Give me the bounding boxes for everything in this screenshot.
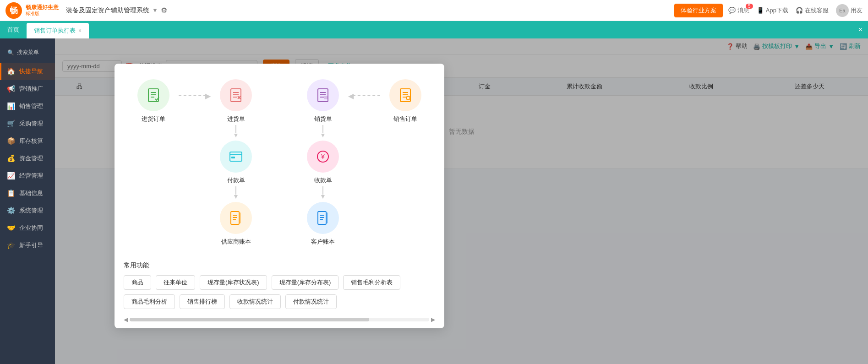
inventory-icon: 📦: [7, 137, 16, 145]
function-button-1[interactable]: 往来单位: [156, 275, 195, 290]
logo-text: 畅康通好生意 标准版: [26, 4, 59, 16]
tab-active-label: 销售订单执行表: [34, 27, 76, 35]
sidebar-item-beginner[interactable]: 🎓 新手引导: [0, 237, 55, 254]
function-button-4[interactable]: 销售毛利分析表: [343, 275, 400, 290]
sidebar-item-finance[interactable]: 💰 资金管理: [0, 150, 55, 167]
tab-home-label: 首页: [7, 26, 19, 34]
window-close-button[interactable]: ×: [858, 26, 863, 34]
basic-info-icon: 📋: [7, 189, 16, 197]
functions-title: 常用功能: [124, 261, 435, 270]
flow-node-sales-order[interactable]: 销售订单: [389, 79, 421, 123]
supplier-ledger-icon: [220, 202, 252, 234]
sidebar-item-quick-nav[interactable]: 🏠 快捷导航: [0, 63, 55, 80]
trial-button[interactable]: 体验行业方案: [674, 4, 723, 17]
logo-icon: 畅: [5, 2, 22, 19]
scroll-left-button[interactable]: ◀: [124, 316, 128, 323]
sidebar-item-corp-collab[interactable]: 🤝 企业协同: [0, 219, 55, 237]
svg-rect-29: [326, 212, 328, 223]
sidebar-item-label: 新手引导: [19, 241, 43, 250]
tab-home[interactable]: 首页: [0, 21, 27, 38]
service-label: 在线客服: [805, 6, 829, 15]
sales-bill-label: 销货单: [314, 115, 332, 123]
sidebar-item-purchase[interactable]: 🛒 采购管理: [0, 115, 55, 132]
marketing-icon: 📢: [7, 85, 16, 93]
sidebar-item-marketing[interactable]: 📢 营销推广: [0, 80, 55, 98]
sidebar-item-label: 采购管理: [19, 120, 43, 128]
flow-node-payment-bill[interactable]: 付款单: [220, 141, 252, 185]
sidebar-item-label: 营销推广: [19, 85, 43, 93]
svg-rect-12: [324, 96, 328, 99]
function-button-3[interactable]: 现存量(库存分布表): [272, 275, 339, 290]
flow-node-sales-bill[interactable]: 销货单: [307, 79, 339, 123]
sales-order-label: 销售订单: [393, 115, 417, 123]
system-icon: ⚙️: [7, 206, 16, 215]
sidebar-item-operations[interactable]: 📈 经营管理: [0, 167, 55, 185]
sidebar-item-label: 销售管理: [19, 102, 43, 110]
flow-node-supplier-ledger[interactable]: 供应商账本: [220, 202, 252, 246]
flow-node-purchase-order[interactable]: 进货订单: [137, 79, 169, 123]
corp-collab-icon: 🤝: [7, 224, 16, 232]
tab-close-icon[interactable]: ×: [78, 27, 82, 34]
quick-nav-icon: 🏠: [7, 67, 16, 76]
purchase-bill-icon: [220, 79, 252, 111]
svg-text:¥: ¥: [321, 153, 325, 160]
scroll-right-button[interactable]: ▶: [431, 316, 435, 323]
modal-dialog: 进货订单 ▶: [115, 64, 444, 328]
function-button-7[interactable]: 收款情况统计: [229, 294, 281, 309]
system-dropdown-icon[interactable]: ▼: [152, 7, 158, 14]
app-download-label: App下载: [766, 6, 788, 15]
flow-node-customer-ledger[interactable]: 客户账本: [307, 202, 339, 246]
message-icon: 💬: [728, 7, 736, 14]
sidebar-search[interactable]: 🔍 搜索菜单: [0, 42, 55, 63]
settings-icon[interactable]: ⚙: [161, 6, 167, 15]
sidebar-item-label: 企业协同: [19, 224, 43, 232]
nav-tabs: 首页 销售订单执行表 × ×: [0, 21, 868, 38]
top-right: 💬 消息 5 📱 App下载 🎧 在线客服 Ea 用友: [728, 4, 863, 17]
sidebar-item-inventory[interactable]: 📦 库存核算: [0, 132, 55, 150]
sales-icon: 📊: [7, 102, 16, 110]
function-button-5[interactable]: 商品毛利分析: [124, 294, 175, 309]
scroll-thumb: [130, 318, 369, 321]
beginner-icon: 🎓: [7, 241, 16, 250]
flow-node-receipt-bill[interactable]: ¥ 收款单: [307, 141, 339, 185]
sidebar-item-label: 基础信息: [19, 189, 43, 197]
sidebar-item-label: 资金管理: [19, 154, 43, 163]
message-badge: 5: [746, 4, 753, 9]
payment-bill-label: 付款单: [227, 176, 245, 185]
system-name: 装备及固定资产辅助管理系统: [66, 6, 149, 15]
logo-char: 畅: [10, 5, 18, 16]
purchase-icon: 🛒: [7, 120, 16, 128]
purchase-bill-label: 进货单: [227, 115, 245, 123]
sidebar-item-label: 系统管理: [19, 206, 43, 215]
message-button[interactable]: 💬 消息 5: [728, 6, 749, 15]
finance-icon: 💰: [7, 154, 16, 163]
customer-ledger-icon: [307, 202, 339, 234]
sidebar-item-label: 经营管理: [19, 172, 43, 180]
operations-icon: 📈: [7, 172, 16, 180]
function-button-2[interactable]: 现存量(库存状况表): [200, 275, 267, 290]
payment-bill-icon: [220, 141, 252, 173]
function-button-6[interactable]: 销售排行榜: [180, 294, 225, 309]
modal-scrollbar: ◀ ▶: [115, 316, 444, 328]
function-buttons: 商品往来单位现存量(库存状况表)现存量(库存分布表)销售毛利分析表商品毛利分析销…: [124, 275, 435, 309]
tab-sales-order-execution[interactable]: 销售订单执行表 ×: [27, 23, 89, 38]
user-profile[interactable]: Ea 用友: [836, 4, 863, 17]
username: 用友: [851, 6, 863, 15]
purchase-order-icon: [137, 79, 169, 111]
function-button-8[interactable]: 付款情况统计: [285, 294, 337, 309]
search-menu-button[interactable]: 🔍 搜索菜单: [4, 46, 51, 59]
sales-bill-icon: [307, 79, 339, 111]
online-service-button[interactable]: 🎧 在线客服: [796, 6, 829, 15]
sidebar-item-basic-info[interactable]: 📋 基础信息: [0, 185, 55, 202]
sidebar-item-label: 快捷导航: [19, 67, 43, 76]
sidebar-item-sales[interactable]: 📊 销售管理: [0, 98, 55, 115]
app-download-button[interactable]: 📱 App下载: [757, 6, 788, 15]
flow-node-purchase-bill[interactable]: 进货单: [220, 79, 252, 123]
svg-rect-24: [239, 212, 241, 223]
modal-overlay[interactable]: 进货订单 ▶: [55, 38, 868, 364]
function-button-0[interactable]: 商品: [124, 275, 151, 290]
customer-ledger-label: 客户账本: [311, 238, 335, 246]
sidebar-item-system[interactable]: ⚙️ 系统管理: [0, 202, 55, 219]
logo-line2: 标准版: [26, 11, 59, 16]
svg-rect-18: [230, 152, 242, 161]
